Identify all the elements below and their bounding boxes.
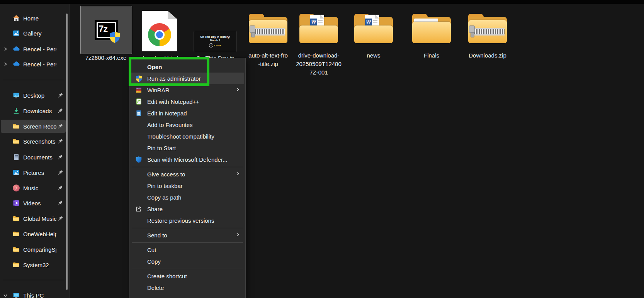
menu-separator [132,167,243,167]
pin-icon [57,138,63,144]
folder-icon [12,246,20,253]
sidebar-item-label: Documents [23,154,56,161]
chevron-right-icon[interactable] [3,62,9,66]
menu-item-give-access-to[interactable]: Give access to [131,168,244,180]
menu-separator [132,228,243,228]
sidebar-item-onedrive-1[interactable]: Rencel - Persona [1,42,66,56]
menu-item-edit-with-notepadpp[interactable]: Edit with Notepad++ [131,96,244,107]
menu-item-troubleshoot-compatibility[interactable]: Troubleshoot compatibility [131,130,244,142]
menu-item-pin-to-taskbar[interactable]: Pin to taskbar [131,180,244,191]
pin-icon [57,92,63,98]
sidebar-item-videos[interactable]: Videos [1,196,66,210]
file-tile-news[interactable]: W [353,13,394,46]
defender-shield-icon [134,155,143,164]
downloads-icon [12,107,20,115]
sidebar-item-label: Music [23,185,56,191]
folder-icon [12,122,20,130]
notepadpp-icon [134,97,143,106]
file-tile-chrome-html[interactable] [142,11,177,51]
folder-icon [12,230,20,238]
music-icon: ♪ [12,184,20,192]
sidebar-item-onewebhelp[interactable]: OneWebHelp [1,227,66,240]
menu-item-copy-as-path[interactable]: Copy as path [131,191,244,203]
sidebar-divider [3,80,64,80]
documents-icon [12,153,20,161]
file-tile-drive-download[interactable]: W [299,13,339,46]
share-icon [134,205,143,213]
file-explorer-window: Home Gallery Rencel - Persona [0,0,644,298]
top-toolbar-edge [0,0,644,4]
chevron-down-icon[interactable] [3,293,9,298]
file-label[interactable]: 7z2600-x64.exe [80,54,131,62]
file-tile-auto-alt-text-zip[interactable] [248,13,288,46]
pin-icon [57,154,63,160]
file-tile-finals[interactable] [411,13,452,46]
file-label[interactable]: news [350,51,397,60]
zipper [251,28,285,36]
folder-icon [12,261,20,269]
file-label[interactable]: Finals [408,51,455,60]
file-tile-7z2600-x64-exe[interactable]: 7z [80,6,132,54]
menu-item-edit-in-notepad[interactable]: Edit in Notepad [131,107,244,119]
sidebar-item-desktop[interactable]: Desktop [1,89,66,102]
sidebar-item-onedrive-2[interactable]: Rencel - Persona [1,58,66,71]
file-label[interactable]: Downloads.zip [464,51,511,60]
sidebar-item-gallery[interactable]: Gallery [1,27,66,40]
sidebar-item-label: Screen Recor [23,123,56,130]
menu-item-send-to[interactable]: Send to [131,229,244,241]
annotation-highlight-box [129,57,209,86]
sidebar-divider [3,280,64,280]
sidebar-item-label: Gallery [23,30,56,37]
pictures-icon [12,169,20,176]
menu-item-cut[interactable]: Cut [131,244,244,256]
menu-item-restore-previous-versions[interactable]: Restore previous versions [131,215,244,226]
sidebar-item-label: OneWebHelp [23,231,56,237]
thumbnail-title: On This Day in History: [200,36,230,38]
file-tile-on-this-day[interactable]: On This Day in History: March 1 ✓ Check [194,31,237,52]
menu-separator [132,242,243,243]
chrome-icon [148,23,171,46]
onedrive-icon [12,45,20,53]
file-label[interactable]: auto-alt-text-fro -title.zip [241,51,295,68]
file-tile-downloads-zip[interactable] [467,13,508,46]
menu-item-scan-with-defender[interactable]: Scan with Microsoft Defender... [131,154,244,165]
folder-icon [12,215,20,222]
sidebar-item-label: This PC [23,292,56,298]
sidebar-scrollbar[interactable] [66,14,68,290]
sidebar-item-music[interactable]: ♪ Music [1,181,66,195]
pin-icon [57,108,63,114]
zip-folder-icon [249,20,287,43]
menu-item-delete[interactable]: Delete [131,282,244,293]
sidebar-item-this-pc[interactable]: This PC [1,289,66,298]
sidebar-item-global-music[interactable]: Global Music [1,212,66,225]
this-pc-icon [12,291,20,298]
sidebar-item-pictures[interactable]: Pictures [1,166,66,179]
chevron-right-icon[interactable] [3,47,9,51]
sidebar-item-screenshots[interactable]: Screenshots [1,135,66,148]
sidebar-item-downloads[interactable]: Downloads [1,104,66,117]
sidebar-item-screen-recordings[interactable]: Screen Recor [1,120,66,133]
thumbnail-badge: ✓ Check [209,43,221,47]
home-icon [12,14,20,22]
folder-icon [354,25,393,43]
menu-separator [132,269,243,269]
menu-item-add-to-favourites[interactable]: Add to Favourites [131,119,244,130]
sidebar-item-comparingspec[interactable]: ComparingSpec [1,243,66,256]
menu-item-create-shortcut[interactable]: Create shortcut [131,270,244,282]
videos-icon [12,199,20,207]
file-label[interactable]: drive-download- 20250509T12480 7Z-001 [292,51,346,77]
sidebar-item-documents[interactable]: Documents [1,151,66,164]
menu-item-copy[interactable]: Copy [131,256,244,267]
navigation-pane: Home Gallery Rencel - Persona [0,4,70,298]
sidebar-item-system32[interactable]: System32 [1,258,66,271]
pin-icon [57,200,63,206]
menu-item-share[interactable]: Share [131,203,244,215]
submenu-chevron-icon [235,171,240,176]
sidebar-item-label: Downloads [23,108,56,114]
context-menu: Open Run as administrator WinRAR [129,58,246,298]
sidebar-item-label: Rencel - Persona [23,46,56,52]
sidebar-item-home[interactable]: Home [1,12,66,25]
menu-item-pin-to-start[interactable]: Pin to Start [131,142,244,154]
gallery-icon [12,29,20,37]
thumbnail-subtitle: March 1 [210,39,220,42]
